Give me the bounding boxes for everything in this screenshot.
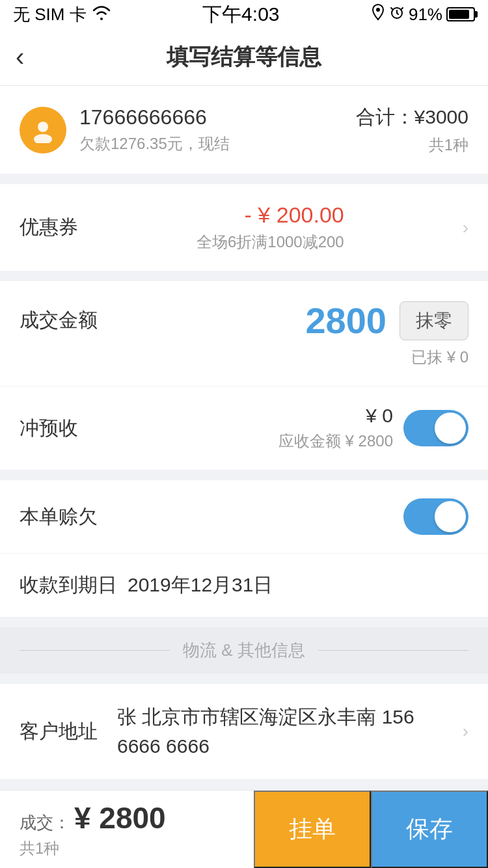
- bottom-deal-amount: ¥ 2800: [74, 800, 166, 835]
- customer-card: 17666666666 欠款1276.35元，现结 合计：¥3000 共1种: [0, 86, 488, 174]
- due-date-value: 2019年12月31日: [128, 572, 273, 599]
- battery-percent: 91%: [409, 5, 442, 25]
- logistics-label: 物流 & 其他信息: [183, 639, 305, 662]
- debt-card: 本单赊欠 收款到期日 2019年12月31日: [0, 480, 488, 617]
- divider-right: [318, 650, 468, 651]
- amount-section: 成交金额 2800 抹零 已抹 ¥ 0: [0, 281, 488, 386]
- total-count: 共1种: [356, 135, 468, 156]
- amount-label: 成交金额: [20, 307, 98, 334]
- svg-point-0: [376, 8, 380, 12]
- debt-row: 本单赊欠: [0, 480, 488, 553]
- address-value: 张 北京市市辖区海淀区永丰南 156 6666 6666: [117, 702, 463, 761]
- address-row[interactable]: 客户地址 张 北京市市辖区海淀区永丰南 156 6666 6666 ›: [0, 684, 488, 779]
- customer-row: 17666666666 欠款1276.35元，现结 合计：¥3000 共1种: [0, 86, 488, 174]
- avatar: [20, 107, 66, 154]
- debt-toggle[interactable]: [403, 498, 468, 535]
- coupon-label: 优惠券: [20, 214, 78, 241]
- save-button[interactable]: 保存: [371, 791, 488, 868]
- battery-icon: [446, 7, 475, 21]
- alarm-icon: [389, 5, 405, 25]
- svg-point-3: [34, 134, 52, 143]
- coupon-row[interactable]: 优惠券 - ¥ 200.00 全场6折满1000减200 ›: [0, 184, 488, 271]
- bottom-deal-label: 成交：: [20, 811, 70, 834]
- customer-phone: 17666666666: [79, 105, 230, 129]
- deal-card: 成交金额 2800 抹零 已抹 ¥ 0 冲预收 ¥ 0 应收金额 ¥ 2800: [0, 281, 488, 470]
- due-date-row: 收款到期日 2019年12月31日: [0, 553, 488, 617]
- back-button[interactable]: ‹: [16, 42, 24, 72]
- address-chevron-icon: ›: [463, 721, 468, 742]
- prepaid-toggle[interactable]: [403, 410, 468, 446]
- coupon-card: 优惠券 - ¥ 200.00 全场6折满1000减200 ›: [0, 184, 488, 271]
- round-button[interactable]: 抹零: [400, 301, 468, 340]
- logistics-divider: 物流 & 其他信息: [0, 627, 488, 673]
- hold-button[interactable]: 挂单: [254, 791, 371, 868]
- status-right: 91%: [371, 4, 475, 25]
- prepaid-section: 冲预收 ¥ 0 应收金额 ¥ 2800: [0, 386, 488, 470]
- coupon-desc: 全场6折满1000减200: [197, 232, 344, 252]
- nav-bar: ‹ 填写结算等信息: [0, 29, 488, 86]
- svg-point-2: [38, 122, 48, 132]
- location-icon: [371, 4, 385, 25]
- divider-left: [20, 650, 170, 651]
- no-sim-text: 无 SIM 卡: [13, 3, 87, 26]
- status-bar: 无 SIM 卡 下午4:03 91%: [0, 0, 488, 29]
- status-left: 无 SIM 卡: [13, 3, 111, 26]
- amount-value: 2800: [305, 299, 386, 342]
- amount-sub: 已抹 ¥ 0: [20, 347, 468, 368]
- due-date-label: 收款到期日: [20, 572, 117, 599]
- debt-label: 本单赊欠: [20, 504, 98, 530]
- coupon-chevron-icon: ›: [463, 217, 468, 238]
- prepaid-label: 冲预收: [20, 415, 78, 442]
- prepaid-sub: 应收金额 ¥ 2800: [278, 431, 393, 452]
- bottom-info: 成交： ¥ 2800 共1种: [0, 800, 254, 859]
- prepaid-value: ¥ 0: [278, 405, 393, 427]
- page-title: 填写结算等信息: [167, 42, 321, 72]
- bottom-count: 共1种: [20, 838, 234, 859]
- status-time: 下午4:03: [202, 1, 279, 28]
- customer-note: 欠款1276.35元，现结: [79, 133, 230, 154]
- address-label: 客户地址: [20, 718, 98, 745]
- wifi-icon: [92, 5, 111, 25]
- bottom-bar: 成交： ¥ 2800 共1种 挂单 保存: [0, 790, 488, 868]
- content-area: 17666666666 欠款1276.35元，现结 合计：¥3000 共1种 优…: [0, 86, 488, 868]
- total-amount: 合计：¥3000: [356, 104, 468, 131]
- coupon-discount: - ¥ 200.00: [197, 202, 344, 228]
